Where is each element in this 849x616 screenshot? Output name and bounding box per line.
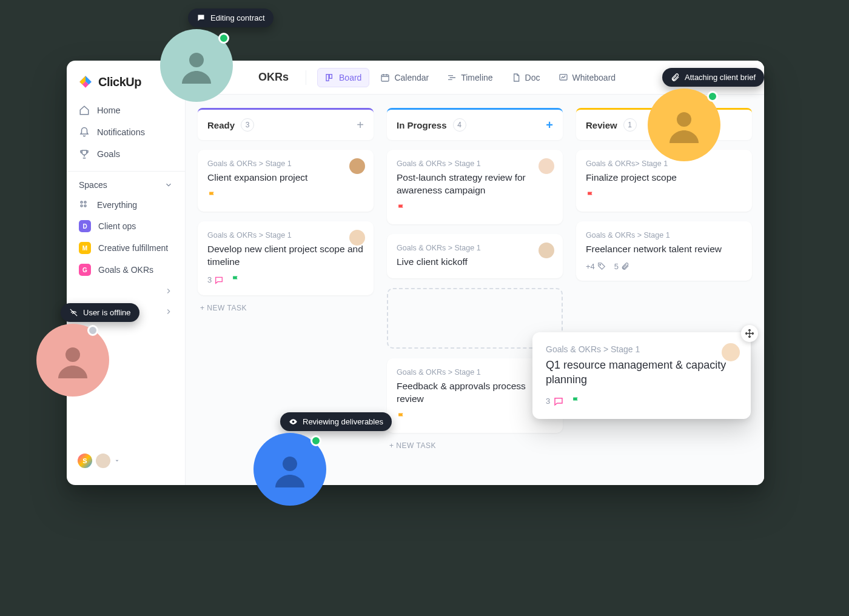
- comment-icon[interactable]: [214, 275, 224, 285]
- space-label: Everything: [97, 200, 137, 210]
- nav-home[interactable]: Home: [67, 99, 185, 121]
- card-meta: 3: [207, 275, 364, 286]
- comment-count: 3: [546, 397, 550, 406]
- column-header[interactable]: Ready 3 +: [198, 108, 374, 140]
- clickup-logo-icon: [78, 74, 93, 90]
- presence-avatar[interactable]: [648, 89, 720, 161]
- spaces-header[interactable]: Spaces: [67, 171, 185, 195]
- move-handle-icon[interactable]: [741, 325, 758, 342]
- priority-flag-icon[interactable]: [207, 190, 216, 202]
- presence-avatar[interactable]: [36, 324, 109, 397]
- whiteboard-icon: [559, 73, 568, 82]
- doc-icon: [511, 73, 521, 82]
- space-creative-fulfillment[interactable]: M Creative fulfillment: [67, 237, 185, 259]
- view-doc[interactable]: Doc: [504, 68, 548, 87]
- nav-notifications[interactable]: Notifications: [67, 121, 185, 143]
- task-card[interactable]: Goals & OKRs > Stage 1 Client expansion …: [198, 150, 374, 212]
- new-task-button[interactable]: + NEW TASK: [387, 441, 563, 450]
- card-title: Develop new client project scope and tim…: [207, 243, 364, 269]
- sidebar-footer: S: [67, 447, 185, 474]
- timeline-icon: [447, 73, 457, 82]
- add-card-button[interactable]: +: [546, 119, 553, 131]
- breadcrumb: Goals & OKRs > Stage 1: [207, 159, 364, 168]
- column-header[interactable]: In Progress 4 +: [387, 108, 563, 140]
- priority-flag-icon[interactable]: [586, 190, 595, 202]
- nav-label: Home: [97, 105, 121, 115]
- presence-status-pill: Editing contract: [188, 8, 273, 27]
- svg-point-12: [283, 457, 297, 471]
- sidebar-expand-row[interactable]: [67, 281, 185, 301]
- view-calendar[interactable]: Calendar: [373, 68, 436, 87]
- svg-rect-5: [329, 74, 332, 78]
- view-board[interactable]: Board: [317, 68, 369, 87]
- space-client-ops[interactable]: D Client ops: [67, 215, 185, 237]
- task-card[interactable]: Goals & OKRs > Stage 1 Live client kicko…: [387, 234, 563, 278]
- user-avatar[interactable]: S: [78, 454, 92, 468]
- card-meta: 3: [546, 396, 737, 407]
- card-title: Feedback & approvals process review: [397, 380, 553, 406]
- svg-point-11: [292, 421, 295, 423]
- card-meta: +4 5: [586, 262, 742, 271]
- assignee-avatar[interactable]: [722, 343, 740, 361]
- space-goals-okrs[interactable]: G Goals & OKRs: [67, 259, 185, 281]
- bell-icon: [79, 127, 90, 138]
- presence-status-pill: User is offline: [61, 303, 139, 322]
- breadcrumb: Goals & OKRs > Stage 1: [546, 344, 737, 354]
- attachment-count: 5: [614, 262, 619, 271]
- task-card[interactable]: Goals & OKRs> Stage 1 Finalize project s…: [576, 150, 752, 212]
- tag-count: +4: [586, 262, 595, 271]
- svg-rect-4: [326, 74, 329, 81]
- view-label: Board: [339, 73, 361, 82]
- sidebar: ClickUp Home Notifications Goals Spaces …: [67, 61, 186, 485]
- add-card-button[interactable]: +: [357, 119, 364, 131]
- assignee-avatar[interactable]: [539, 243, 554, 258]
- view-timeline[interactable]: Timeline: [440, 68, 500, 87]
- space-label: Creative fulfillment: [98, 243, 168, 253]
- new-task-button[interactable]: + NEW TASK: [198, 304, 374, 312]
- card-title: Q1 resource management & capacity planni…: [546, 358, 737, 387]
- task-card[interactable]: Goals & OKRs > Stage 1 Post-launch strat…: [387, 150, 563, 224]
- dragging-card[interactable]: Goals & OKRs > Stage 1 Q1 resource manag…: [532, 332, 751, 419]
- assignee-avatar[interactable]: [349, 230, 365, 246]
- svg-point-0: [81, 201, 82, 203]
- priority-flag-icon[interactable]: [231, 275, 240, 286]
- presence-avatar[interactable]: [160, 29, 233, 102]
- eye-icon: [289, 417, 298, 426]
- task-card[interactable]: Goals & OKRs > Stage 1 Freelancer networ…: [576, 221, 752, 281]
- nav-goals[interactable]: Goals: [67, 143, 185, 165]
- presence-status-pill: Attaching client brief: [662, 68, 764, 87]
- presence-status-pill: Reviewing deliverables: [280, 412, 392, 431]
- task-card[interactable]: Goals & OKRs > Stage 1 Develop new clien…: [198, 221, 374, 295]
- assignee-avatar[interactable]: [349, 158, 365, 174]
- space-label: Client ops: [98, 221, 136, 231]
- priority-flag-icon[interactable]: [397, 412, 406, 423]
- view-tabs: Board Calendar Timeline Doc Whiteboard: [317, 68, 623, 87]
- user-avatar[interactable]: [96, 454, 110, 468]
- space-badge: M: [79, 242, 91, 254]
- caret-down-icon[interactable]: [114, 458, 120, 464]
- page-title: OKRs: [258, 71, 289, 84]
- chat-icon: [196, 13, 206, 22]
- offline-dot-icon: [87, 325, 98, 336]
- offline-icon: [69, 308, 78, 317]
- status-text: User is offline: [83, 308, 131, 317]
- chevron-right-icon: [164, 307, 173, 316]
- nav-label: Goals: [97, 149, 120, 159]
- comment-icon[interactable]: [553, 396, 564, 407]
- avatar-face: [36, 324, 109, 397]
- assignee-avatar[interactable]: [539, 158, 554, 174]
- presence-avatar[interactable]: [253, 433, 326, 506]
- status-text: Reviewing deliverables: [303, 417, 383, 426]
- space-badge: G: [79, 264, 91, 276]
- priority-flag-icon[interactable]: [571, 396, 580, 407]
- column-count: 4: [453, 118, 466, 132]
- svg-point-1: [84, 201, 86, 203]
- chevron-down-icon: [164, 181, 173, 189]
- column-title: Review: [586, 120, 617, 130]
- column-title: Ready: [207, 120, 235, 130]
- view-label: Timeline: [461, 73, 492, 82]
- column-title: In Progress: [397, 120, 447, 130]
- space-everything[interactable]: Everything: [67, 195, 185, 215]
- priority-flag-icon[interactable]: [397, 203, 406, 215]
- view-whiteboard[interactable]: Whiteboard: [551, 68, 623, 87]
